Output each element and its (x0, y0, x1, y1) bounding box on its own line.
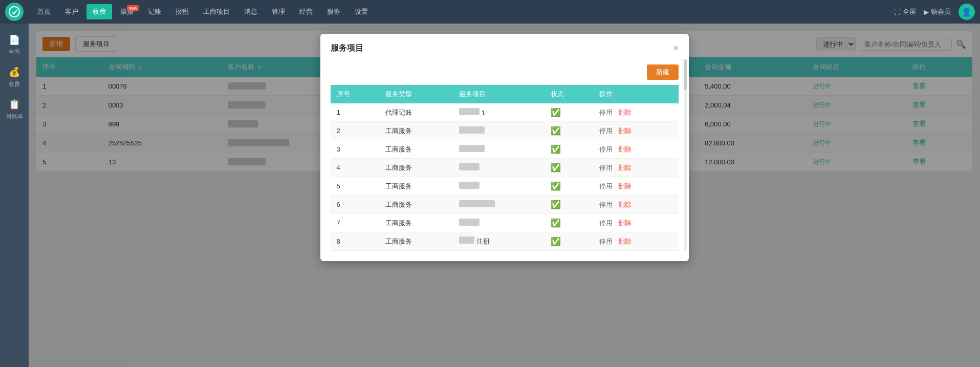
modal-table-row: 8 工商服务 注册 ✅ 停用 删除 (331, 232, 679, 251)
stop-button[interactable]: 停用 (599, 109, 613, 116)
service-items-modal: 服务项目 × 新建 序号 服务类型 服务项目 状态 操作 (320, 34, 689, 261)
modal-close-button[interactable]: × (673, 43, 679, 54)
status-active-icon: ✅ (551, 126, 561, 135)
modal-table-row: 6 工商服务 ✅ 停用 删除 (331, 196, 679, 214)
modal-col-seq: 序号 (331, 85, 379, 103)
modal-overlay: 服务项目 × 新建 序号 服务类型 服务项目 状态 操作 (29, 24, 980, 367)
delete-button[interactable]: 删除 (618, 109, 631, 116)
modal-toolbar: 新建 (320, 59, 689, 85)
svg-point-0 (9, 7, 19, 17)
stop-button[interactable]: 停用 (599, 201, 613, 208)
stop-button[interactable]: 停用 (599, 164, 613, 171)
modal-table-row: 4 工商服务 ✅ 停用 删除 (331, 159, 679, 177)
service-items-table: 序号 服务类型 服务项目 状态 操作 1 代理记账 1 ✅ (331, 85, 679, 251)
stop-button[interactable]: 停用 (599, 238, 613, 245)
nav-message[interactable]: 消息 (238, 4, 264, 19)
left-sidebar: 📄 合同 💰 收费 📋 对账单 (0, 24, 29, 367)
scrollbar-track[interactable] (684, 59, 687, 251)
fullscreen-icon: ⛶ (894, 8, 901, 16)
modal-table-row: 2 工商服务 ✅ 停用 删除 (331, 122, 679, 140)
modal-table-row: 7 工商服务 ✅ 停用 删除 (331, 214, 679, 232)
status-active-icon: ✅ (551, 237, 561, 246)
status-active-icon: ✅ (551, 163, 561, 172)
nav-service[interactable]: 服务 (321, 4, 346, 19)
status-active-icon: ✅ (551, 182, 561, 190)
sidebar-label-billing: 收费 (9, 80, 20, 88)
delete-button[interactable]: 删除 (618, 164, 631, 171)
modal-col-item: 服务项目 (453, 85, 545, 103)
top-navigation: 首页 客户 收费 票据 new 记账 报税 工商项目 消息 管理 经营 服务 设… (0, 0, 980, 24)
fullscreen-label: 全屏 (903, 7, 916, 16)
modal-body: 序号 服务类型 服务项目 状态 操作 1 代理记账 1 ✅ (320, 85, 689, 261)
modal-table-row: 5 工商服务 ✅ 停用 删除 (331, 177, 679, 196)
nav-menu: 首页 客户 收费 票据 new 记账 报税 工商项目 消息 管理 经营 服务 设… (31, 4, 894, 19)
sidebar-item-reconciliation[interactable]: 📋 对账单 (0, 93, 29, 125)
avatar-icon: 👤 (962, 7, 972, 17)
nav-operation[interactable]: 经营 (293, 4, 319, 19)
nav-business[interactable]: 工商项目 (197, 4, 236, 19)
app-logo (5, 3, 24, 21)
sidebar-item-contract[interactable]: 📄 合同 (0, 29, 29, 61)
delete-button[interactable]: 删除 (618, 182, 631, 190)
member-label: 畅会员 (931, 7, 951, 16)
delete-button[interactable]: 删除 (618, 201, 631, 208)
stop-button[interactable]: 停用 (599, 182, 613, 190)
member-button[interactable]: ▶ 畅会员 (924, 7, 951, 16)
modal-title: 服务项目 (331, 43, 363, 54)
modal-table-row: 1 代理记账 1 ✅ 停用 删除 (331, 103, 679, 122)
scrollbar-thumb (684, 59, 687, 90)
nav-customer[interactable]: 客户 (59, 4, 84, 19)
nav-billing[interactable]: 收费 (86, 4, 112, 19)
delete-button[interactable]: 删除 (618, 145, 631, 153)
modal-table-row: 3 工商服务 ✅ 停用 删除 (331, 140, 679, 159)
nav-home[interactable]: 首页 (31, 4, 57, 19)
status-active-icon: ✅ (551, 108, 561, 117)
main-content: 新增 服务项目 进行中 已结束 全部 🔍 序号 合同编码 ⇅ 客 (29, 24, 980, 367)
delete-button[interactable]: 删除 (618, 127, 631, 135)
sidebar-item-billing[interactable]: 💰 收费 (0, 61, 29, 93)
nav-tax[interactable]: 报税 (169, 4, 195, 19)
nav-right-area: ⛶ 全屏 ▶ 畅会员 👤 (894, 4, 975, 20)
status-active-icon: ✅ (551, 145, 561, 154)
modal-col-action: 操作 (593, 85, 679, 103)
nav-invoice[interactable]: 票据 new (114, 4, 140, 19)
status-active-icon: ✅ (551, 219, 561, 227)
reconciliation-icon: 📋 (8, 98, 20, 111)
nav-management[interactable]: 管理 (266, 4, 291, 19)
delete-button[interactable]: 删除 (618, 219, 631, 227)
video-icon: ▶ (924, 8, 929, 16)
stop-button[interactable]: 停用 (599, 219, 613, 227)
modal-col-status: 状态 (545, 85, 593, 103)
status-active-icon: ✅ (551, 200, 561, 209)
new-badge: new (127, 5, 139, 11)
sidebar-label-contract: 合同 (9, 48, 20, 56)
nav-bookkeeping[interactable]: 记账 (142, 4, 167, 19)
modal-col-type: 服务类型 (379, 85, 453, 103)
new-service-button[interactable]: 新建 (647, 64, 679, 80)
sidebar-label-reconciliation: 对账单 (6, 113, 23, 120)
nav-settings[interactable]: 设置 (349, 4, 374, 19)
contract-icon: 📄 (8, 34, 20, 46)
fullscreen-button[interactable]: ⛶ 全屏 (894, 7, 916, 16)
user-avatar[interactable]: 👤 (959, 4, 975, 20)
stop-button[interactable]: 停用 (599, 145, 613, 153)
delete-button[interactable]: 删除 (618, 238, 631, 245)
billing-icon: 💰 (8, 66, 20, 78)
stop-button[interactable]: 停用 (599, 127, 613, 135)
modal-header: 服务项目 × (320, 34, 689, 59)
